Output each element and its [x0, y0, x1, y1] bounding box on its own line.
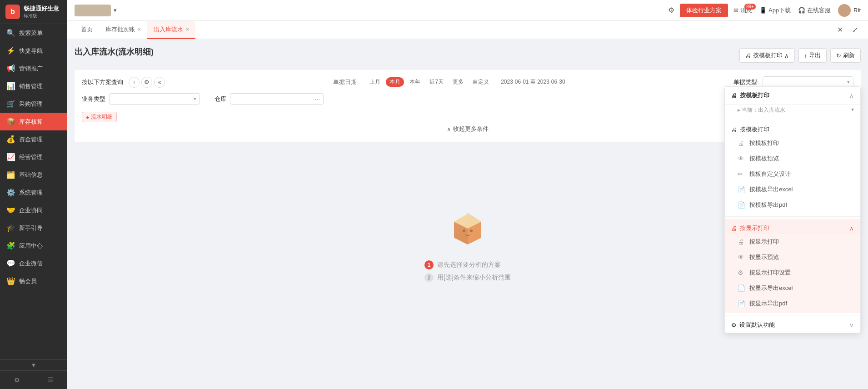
biz-type-select[interactable] [109, 93, 200, 105]
template-print-section-header: 🖨 按模板打印 [725, 122, 860, 135]
item-pdf-icon: 📄 [738, 201, 746, 209]
date-shortcuts: 上月 本月 本年 近7天 更多 自定义 [366, 77, 493, 87]
app-download-btn[interactable]: 📱 App下载 [759, 6, 791, 15]
template-export-excel-item[interactable]: 📄 按模板导出excel [725, 182, 860, 197]
online-service-btn[interactable]: 🎧 在线客服 [798, 6, 831, 15]
wechat-icon: 💬 [6, 259, 15, 268]
sidebar-settings-btn[interactable]: ⚙ [10, 374, 24, 385]
sidebar-item-apps[interactable]: 🧩 应用中心 [0, 237, 67, 254]
template-export-pdf-item[interactable]: 📄 按模板导出pdf [725, 197, 860, 213]
user-avatar [75, 5, 111, 16]
item-display-excel-icon: 📄 [738, 284, 746, 292]
tab-batch-accounts[interactable]: 库存批次账 × [99, 21, 147, 39]
display-preview-item[interactable]: 👁 按显示预览 [725, 249, 860, 265]
item-preview-icon: 👁 [738, 155, 746, 162]
warehouse-label: 仓库 [215, 95, 226, 103]
default-function-chevron-icon[interactable]: ∨ [849, 322, 854, 329]
display-section-chevron-icon[interactable]: ∧ [849, 225, 854, 232]
sidebar-logo: b 畅捷通好生意 标准版 [0, 0, 67, 24]
sidebar-item-search[interactable]: 🔍 搜索菜单 [0, 24, 67, 42]
template-print-item[interactable]: 🖨 按模板打印 [725, 135, 860, 151]
topbar-dropdown-icon[interactable]: ▾ [114, 7, 117, 14]
message-btn[interactable]: ✉ 消息 99+ [733, 6, 752, 15]
empty-state-icon [445, 206, 490, 251]
filter-settings-btn[interactable]: ⚙ [141, 77, 152, 88]
template-print-section: 🖨 按模板打印 🖨 按模板打印 👁 按模板预览 ✏ 模板自定义设计 [725, 120, 860, 214]
trial-industry-button[interactable]: 体验行业方案 [680, 4, 728, 17]
finance-icon: 💰 [6, 135, 15, 144]
display-print-item[interactable]: 🖨 按显示打印 [725, 234, 860, 249]
tab-close-batch-accounts[interactable]: × [138, 26, 141, 33]
display-print-settings-item[interactable]: ⚙ 按显示打印设置 [725, 265, 860, 280]
template-preview-item[interactable]: 👁 按模板预览 [725, 151, 860, 166]
dropdown-panel-title: 🖨 按模板打印 [731, 91, 769, 100]
step-1-number: 1 [424, 260, 434, 269]
tab-close-flow[interactable]: × [186, 26, 189, 33]
template-print-button[interactable]: 🖨 按模板打印 ∧ [739, 48, 795, 63]
sidebar-item-business[interactable]: 📈 经营管理 [0, 148, 67, 166]
filter-add-btn[interactable]: + [129, 77, 140, 88]
step-2-number: 2 [424, 273, 434, 282]
display-print-section-header: 🖨 按显示打印 ∧ [725, 220, 860, 234]
date-more[interactable]: 更多 [449, 77, 467, 87]
default-function-row[interactable]: ⚙ 设置默认功能 ∨ [725, 317, 860, 333]
sidebar-item-system[interactable]: ⚙️ 系统管理 [0, 184, 67, 201]
sidebar-menu-btn[interactable]: ☰ [44, 374, 57, 385]
sales-icon: 📊 [6, 82, 15, 90]
item-display-pdf-icon: 📄 [738, 300, 746, 307]
warehouse-input[interactable] [230, 93, 324, 105]
chevron-up-icon-2: ∧ [447, 126, 451, 133]
warehouse-dots-icon[interactable]: ··· [314, 95, 320, 103]
business-icon: 📈 [6, 153, 15, 161]
item-design-icon: ✏ [738, 170, 746, 178]
sidebar-item-newbie[interactable]: 🎓 新手引导 [0, 219, 67, 237]
sidebar-bottom: ⚙ ☰ [0, 370, 67, 389]
tab-home[interactable]: 首页 [75, 21, 99, 39]
template-custom-item[interactable]: ✏ 模板自定义设计 [725, 166, 860, 182]
display-export-excel-item[interactable]: 📄 按显示导出excel [725, 280, 860, 296]
sidebar-item-enterprise[interactable]: 🤝 企业协同 [0, 201, 67, 219]
window-close-btn[interactable]: ✕ [834, 25, 846, 35]
topbar-right-user[interactable]: Rit [838, 4, 861, 17]
printer-icon-2: 🖨 [731, 92, 737, 99]
empty-step-2: 2 用[选]条件来缩小分析范围 [424, 273, 511, 282]
message-badge: 99+ [744, 4, 756, 10]
item-display-print-icon: 🖨 [738, 238, 746, 245]
window-buttons: ✕ ⤢ [834, 25, 861, 35]
filter-action-buttons: + ⚙ « [129, 77, 165, 88]
doc-type-label: 单据类型 [733, 78, 757, 86]
section-display-printer-icon: 🖨 [731, 225, 737, 232]
sidebar-item-sales[interactable]: 📊 销售管理 [0, 77, 67, 95]
sidebar-item-quick-nav[interactable]: ⚡ 快捷导航 [0, 42, 67, 60]
sidebar-item-vip[interactable]: 👑 畅会员 [0, 272, 67, 290]
date-custom[interactable]: 自定义 [469, 77, 493, 87]
svg-point-6 [463, 229, 465, 232]
topbar-settings-icon[interactable]: ⚙ [668, 6, 674, 15]
sidebar: b 畅捷通好生意 标准版 🔍 搜索菜单 ⚡ 快捷导航 📢 营销推广 📊 销售管理… [0, 0, 67, 389]
sidebar-item-finance[interactable]: 💰 资金管理 [0, 130, 67, 148]
date-this-month[interactable]: 本月 [386, 77, 404, 87]
message-icon: ✉ [733, 7, 738, 14]
sidebar-item-basic[interactable]: 🗂️ 基础信息 [0, 166, 67, 184]
display-export-pdf-item[interactable]: 📄 按显示导出pdf [725, 296, 860, 311]
tab-flow[interactable]: 出入库流水 × [147, 21, 195, 39]
sidebar-item-purchase[interactable]: 🛒 采购管理 [0, 95, 67, 113]
sidebar-item-inventory[interactable]: 📦 库存核算 [0, 113, 67, 130]
date-last7days[interactable]: 近7天 [426, 77, 447, 87]
sidebar-scroll-down[interactable]: ▼ [0, 359, 67, 370]
sidebar-item-marketing[interactable]: 📢 营销推广 [0, 60, 67, 77]
empty-step-1: 1 请先选择要分析的方案 [424, 260, 511, 269]
app-name-text: 畅捷通好生意 标准版 [24, 5, 59, 19]
export-button[interactable]: ↑ 导出 [798, 48, 827, 63]
current-chevron: ▾ [851, 106, 854, 113]
date-prev-month[interactable]: 上月 [366, 77, 384, 87]
refresh-button[interactable]: ↻ 刷新 [830, 48, 861, 63]
date-this-year[interactable]: 本年 [406, 77, 424, 87]
dropdown-chevron-icon[interactable]: ∧ [849, 92, 854, 99]
window-maximize-btn[interactable]: ⤢ [849, 25, 861, 35]
sidebar-item-wechat[interactable]: 💬 企业微信 [0, 254, 67, 272]
topbar-user[interactable]: ▾ [75, 5, 663, 16]
app-logo-icon: b [5, 5, 20, 19]
divider-2 [725, 216, 860, 217]
filter-collapse-btn[interactable]: « [154, 77, 165, 88]
